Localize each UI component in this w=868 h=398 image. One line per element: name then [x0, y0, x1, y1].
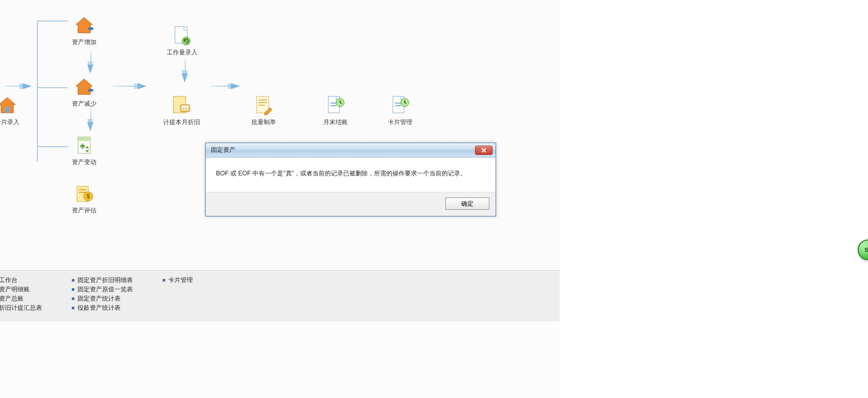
node-card-entry[interactable]: 卡片录入: [0, 95, 19, 127]
link-item[interactable]: 工作台: [0, 276, 42, 284]
document-calc-icon: [169, 95, 194, 116]
home-reduce-icon: [72, 77, 96, 97]
svg-rect-16: [259, 99, 267, 101]
node-asset-eval[interactable]: $ 资产评估: [72, 184, 96, 215]
close-icon: [481, 148, 487, 153]
document-clock-icon: [323, 95, 348, 116]
node-label: 批量制单: [251, 118, 276, 127]
link-item[interactable]: 资产总账: [0, 294, 42, 303]
bullet-icon: [72, 307, 74, 309]
dialog-body: BOF 或 EOF 中有一个是"真"，或者当前的记录已被删除，所需的操作要求一个…: [206, 157, 496, 192]
link-item[interactable]: 役龄资产统计表: [72, 304, 133, 312]
document-edit-icon: [251, 95, 276, 116]
connector: [90, 50, 91, 66]
link-item[interactable]: 固定资产折旧明细表: [72, 276, 133, 284]
dialog-footer: 确定: [206, 192, 496, 216]
dialog-titlebar[interactable]: 固定资产: [206, 143, 496, 157]
workflow-canvas: 卡片录入 资产增加 资产减少 资产变动 $ 资产评估 工作量录入: [0, 0, 560, 270]
svg-rect-3: [79, 189, 86, 190]
arrow-right-icon: [23, 83, 32, 89]
connector: [37, 146, 68, 147]
node-batch-voucher[interactable]: 批量制单: [251, 95, 276, 127]
ok-button[interactable]: 确定: [445, 197, 489, 210]
bullet-icon: [72, 297, 74, 300]
node-label: 资产增加: [72, 38, 96, 47]
svg-rect-0: [5, 107, 9, 113]
bullet-icon: [72, 288, 74, 291]
home-add-icon: [72, 15, 96, 36]
arrow-right-icon: [137, 83, 147, 89]
node-label: 计提本月折旧: [163, 118, 200, 127]
node-label: 资产变动: [72, 158, 96, 167]
document-change-icon: [72, 135, 96, 156]
connector: [90, 108, 91, 123]
error-dialog: 固定资产 BOF 或 EOF 中有一个是"真"，或者当前的记录已被删除，所需的操…: [205, 143, 496, 216]
svg-rect-25: [395, 105, 401, 106]
node-label: 卡片管理: [388, 118, 412, 127]
svg-rect-4: [79, 192, 86, 193]
node-asset-change[interactable]: 资产变动: [72, 135, 96, 167]
link-item[interactable]: 卡片管理: [163, 276, 193, 284]
connector: [210, 86, 232, 87]
badge-text: Se: [864, 247, 868, 253]
arrow-right-icon: [231, 83, 240, 89]
node-month-close[interactable]: 月末结账: [323, 95, 348, 127]
node-asset-reduce[interactable]: 资产减少: [72, 77, 96, 108]
arrow-down-icon: [182, 73, 188, 83]
svg-rect-18: [259, 105, 265, 106]
svg-rect-24: [395, 103, 401, 104]
svg-rect-13: [184, 109, 186, 110]
svg-rect-17: [259, 102, 267, 103]
connector: [37, 21, 68, 22]
connector: [113, 86, 139, 87]
node-work-entry[interactable]: 工作量录入: [167, 26, 198, 57]
connector: [185, 59, 186, 74]
document-coin-icon: $: [72, 184, 96, 204]
node-label: 资产减少: [72, 99, 96, 108]
connector: [5, 86, 24, 87]
svg-rect-12: [182, 109, 183, 110]
right-blank-area: [560, 0, 868, 398]
node-card-manage[interactable]: 卡片管理: [388, 95, 412, 127]
svg-text:$: $: [87, 193, 90, 200]
arrow-down-icon: [87, 65, 93, 74]
node-label: 资产评估: [72, 206, 96, 215]
close-button[interactable]: [475, 146, 492, 155]
connector: [37, 87, 68, 88]
node-depreciation[interactable]: 计提本月折旧: [163, 95, 200, 127]
link-item[interactable]: 固定资产统计表: [72, 294, 133, 303]
bottom-link-panel: 工作台 资产明细账 资产总账 折旧计提汇总表 固定资产折旧明细表 固定资产原值一…: [0, 270, 560, 322]
node-asset-add[interactable]: 资产增加: [72, 15, 96, 47]
document-refresh-icon: [170, 26, 194, 46]
dialog-title-text: 固定资产: [211, 146, 235, 154]
svg-rect-14: [187, 109, 188, 110]
document-clock-icon: [388, 95, 412, 116]
connector: [37, 21, 38, 162]
bullet-icon: [72, 279, 74, 282]
arrow-down-icon: [87, 122, 93, 131]
link-item[interactable]: 固定资产原值一览表: [72, 285, 133, 293]
node-label: 月末结账: [323, 118, 348, 127]
svg-rect-20: [330, 103, 337, 104]
node-label: 工作量录入: [167, 48, 198, 57]
node-label: 卡片录入: [0, 118, 19, 127]
link-item[interactable]: 资产明细账: [0, 285, 42, 293]
bullet-icon: [163, 279, 165, 282]
svg-rect-21: [330, 105, 337, 106]
home-icon: [0, 95, 19, 116]
svg-rect-11: [182, 106, 189, 108]
dialog-message: BOF 或 EOF 中有一个是"真"，或者当前的记录已被删除，所需的操作要求一个…: [216, 170, 466, 177]
link-item[interactable]: 折旧计提汇总表: [0, 304, 42, 312]
